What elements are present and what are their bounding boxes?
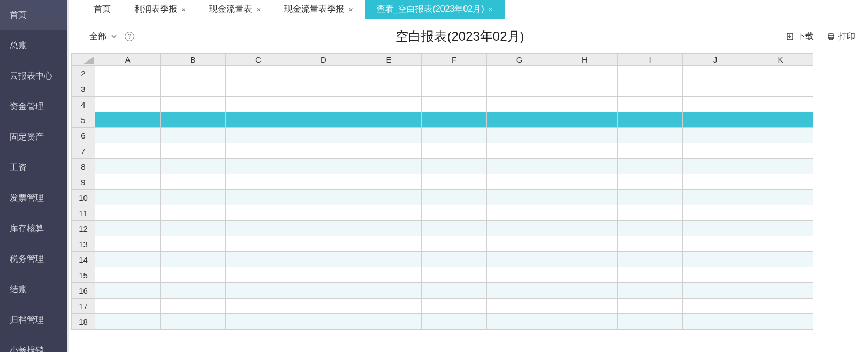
cell-I7[interactable] bbox=[618, 143, 683, 159]
cell-E18[interactable] bbox=[356, 314, 422, 330]
cell-A9[interactable] bbox=[95, 174, 161, 190]
sidebar-item-home[interactable]: 首页 bbox=[0, 0, 67, 30]
cell-A17[interactable] bbox=[95, 299, 161, 314]
cell-I10[interactable] bbox=[618, 190, 683, 205]
cell-H8[interactable] bbox=[552, 159, 618, 174]
cell-A13[interactable] bbox=[95, 236, 161, 252]
cell-B8[interactable] bbox=[161, 159, 226, 174]
cell-H17[interactable] bbox=[552, 299, 618, 314]
cell-J12[interactable] bbox=[683, 221, 748, 236]
cell-D4[interactable] bbox=[291, 97, 356, 112]
cell-A12[interactable] bbox=[95, 221, 161, 236]
cell-D10[interactable] bbox=[291, 190, 356, 205]
row-header-13[interactable]: 13 bbox=[72, 236, 95, 252]
cell-E15[interactable] bbox=[356, 267, 422, 283]
cell-G14[interactable] bbox=[487, 252, 552, 267]
cell-H2[interactable] bbox=[552, 66, 618, 81]
cell-F8[interactable] bbox=[422, 159, 487, 174]
cell-K14[interactable] bbox=[748, 252, 813, 267]
cell-F12[interactable] bbox=[422, 221, 487, 236]
cell-F9[interactable] bbox=[422, 174, 487, 190]
sidebar-item-fixed-assets[interactable]: 固定资产 bbox=[0, 122, 67, 152]
cell-C10[interactable] bbox=[226, 190, 291, 205]
cell-J11[interactable] bbox=[683, 205, 748, 221]
cell-B7[interactable] bbox=[161, 143, 226, 159]
cell-F16[interactable] bbox=[422, 283, 487, 299]
cell-B13[interactable] bbox=[161, 236, 226, 252]
cell-J14[interactable] bbox=[683, 252, 748, 267]
cell-D18[interactable] bbox=[291, 314, 356, 330]
cell-H4[interactable] bbox=[552, 97, 618, 112]
row-header-11[interactable]: 11 bbox=[72, 205, 95, 221]
cell-C11[interactable] bbox=[226, 205, 291, 221]
row-header-16[interactable]: 16 bbox=[72, 283, 95, 299]
cell-G5[interactable] bbox=[487, 112, 552, 128]
cell-F7[interactable] bbox=[422, 143, 487, 159]
cell-I9[interactable] bbox=[618, 174, 683, 190]
cell-G8[interactable] bbox=[487, 159, 552, 174]
cell-F13[interactable] bbox=[422, 236, 487, 252]
cell-D12[interactable] bbox=[291, 221, 356, 236]
cell-D11[interactable] bbox=[291, 205, 356, 221]
cell-A3[interactable] bbox=[95, 81, 161, 97]
cell-B4[interactable] bbox=[161, 97, 226, 112]
row-header-10[interactable]: 10 bbox=[72, 190, 95, 205]
cell-G10[interactable] bbox=[487, 190, 552, 205]
cell-D16[interactable] bbox=[291, 283, 356, 299]
cell-K12[interactable] bbox=[748, 221, 813, 236]
cell-C18[interactable] bbox=[226, 314, 291, 330]
cell-B3[interactable] bbox=[161, 81, 226, 97]
cell-H6[interactable] bbox=[552, 128, 618, 143]
column-header-E[interactable]: E bbox=[356, 54, 422, 66]
cell-K11[interactable] bbox=[748, 205, 813, 221]
column-header-A[interactable]: A bbox=[95, 54, 161, 66]
row-header-18[interactable]: 18 bbox=[72, 314, 95, 330]
cell-K7[interactable] bbox=[748, 143, 813, 159]
cell-C2[interactable] bbox=[226, 66, 291, 81]
cell-G2[interactable] bbox=[487, 66, 552, 81]
cell-D17[interactable] bbox=[291, 299, 356, 314]
cell-H11[interactable] bbox=[552, 205, 618, 221]
cell-C8[interactable] bbox=[226, 159, 291, 174]
cell-K5[interactable] bbox=[748, 112, 813, 128]
row-header-15[interactable]: 15 bbox=[72, 267, 95, 283]
cell-G3[interactable] bbox=[487, 81, 552, 97]
cell-G12[interactable] bbox=[487, 221, 552, 236]
cell-H3[interactable] bbox=[552, 81, 618, 97]
cell-E6[interactable] bbox=[356, 128, 422, 143]
cell-D15[interactable] bbox=[291, 267, 356, 283]
cell-J4[interactable] bbox=[683, 97, 748, 112]
column-header-B[interactable]: B bbox=[161, 54, 226, 66]
cell-I14[interactable] bbox=[618, 252, 683, 267]
cell-B5[interactable] bbox=[161, 112, 226, 128]
cell-K6[interactable] bbox=[748, 128, 813, 143]
cell-E4[interactable] bbox=[356, 97, 422, 112]
cell-E3[interactable] bbox=[356, 81, 422, 97]
cell-G9[interactable] bbox=[487, 174, 552, 190]
sidebar-item-inventory[interactable]: 库存核算 bbox=[0, 213, 67, 244]
cell-J2[interactable] bbox=[683, 66, 748, 81]
sidebar-item-tax[interactable]: 税务管理 bbox=[0, 244, 67, 274]
cell-A18[interactable] bbox=[95, 314, 161, 330]
cell-I3[interactable] bbox=[618, 81, 683, 97]
cell-C13[interactable] bbox=[226, 236, 291, 252]
cell-B14[interactable] bbox=[161, 252, 226, 267]
cell-F2[interactable] bbox=[422, 66, 487, 81]
cell-I15[interactable] bbox=[618, 267, 683, 283]
cell-K17[interactable] bbox=[748, 299, 813, 314]
row-header-3[interactable]: 3 bbox=[72, 81, 95, 97]
column-header-F[interactable]: F bbox=[422, 54, 487, 66]
cell-H9[interactable] bbox=[552, 174, 618, 190]
cell-K18[interactable] bbox=[748, 314, 813, 330]
sidebar-item-expense[interactable]: 小畅报销 bbox=[0, 335, 67, 352]
cell-F5[interactable] bbox=[422, 112, 487, 128]
row-header-17[interactable]: 17 bbox=[72, 299, 95, 314]
cell-I5[interactable] bbox=[618, 112, 683, 128]
cell-B11[interactable] bbox=[161, 205, 226, 221]
cell-B10[interactable] bbox=[161, 190, 226, 205]
cell-A5[interactable] bbox=[95, 112, 161, 128]
column-header-J[interactable]: J bbox=[683, 54, 748, 66]
cell-C6[interactable] bbox=[226, 128, 291, 143]
cell-A16[interactable] bbox=[95, 283, 161, 299]
cell-G17[interactable] bbox=[487, 299, 552, 314]
